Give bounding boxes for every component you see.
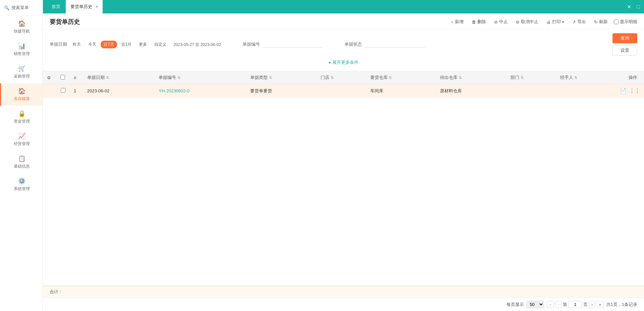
delete-button-label: 删除	[477, 19, 486, 25]
export-button[interactable]: ↗ 导出	[570, 17, 588, 26]
expand-more[interactable]: ▾ 展开更多条件	[50, 58, 637, 67]
row-settings	[43, 84, 56, 98]
doc-number-link[interactable]: YH-20230602-0	[159, 88, 190, 93]
refresh-button[interactable]: ↻ 刷新	[592, 17, 610, 26]
cancel-stop-button[interactable]: ⊘ 取消中止	[514, 17, 540, 26]
total-info: 共1页，1条记录	[606, 302, 637, 308]
row-edit-icon[interactable]: 📄	[620, 88, 627, 94]
sidebar-item-operation[interactable]: 📈 经营管理	[0, 128, 43, 151]
sidebar-item-label: 基础信息	[14, 164, 30, 169]
sidebar-item-inventory[interactable]: 🏠 库存核算	[0, 83, 43, 106]
col-settings[interactable]: ⚙	[43, 71, 56, 84]
page-number-input[interactable]	[569, 301, 582, 308]
new-button-label: 新增	[455, 19, 464, 25]
data-table: ⚙ # 单据日期 ⇅ 单据编号 ⇅ 单据类型	[43, 71, 644, 98]
sidebar-item-label: 经营管理	[14, 141, 30, 147]
display-cell-checkbox[interactable]: 显示明细	[614, 19, 637, 25]
close-window-icon[interactable]: ✕	[627, 4, 631, 10]
tab-close-icon[interactable]: ×	[96, 4, 98, 9]
first-page-button[interactable]: «	[547, 301, 554, 308]
sort-doc-date-icon: ⇅	[106, 76, 109, 80]
sort-req-warehouse-icon: ⇅	[389, 76, 392, 80]
sidebar-item-sales[interactable]: 📊 销售管理	[0, 38, 43, 61]
operation-icon: 📈	[18, 132, 25, 140]
display-cell-toggle[interactable]	[614, 19, 619, 24]
col-doc-type[interactable]: 单据类型 ⇅	[246, 71, 317, 84]
col-action: 操作	[616, 71, 644, 84]
select-all-checkbox[interactable]	[60, 75, 65, 80]
restore-window-icon[interactable]: □	[637, 4, 640, 10]
date-yesterday-btn[interactable]: 昨天	[70, 41, 84, 48]
plus-icon: +	[451, 19, 453, 25]
row-actions: 📄 ⋮⋮	[620, 88, 640, 94]
sidebar-item-label: 系统管理	[14, 186, 30, 192]
page-navigation: « ‹ 第 页 › »	[547, 301, 603, 308]
date-today-btn[interactable]: 今天	[85, 41, 99, 48]
delete-icon: 🗑	[472, 19, 476, 25]
row-checkbox[interactable]	[61, 88, 65, 93]
delete-button[interactable]: 🗑 删除	[470, 17, 488, 26]
new-button[interactable]: + 新增	[449, 17, 466, 26]
next-page-button[interactable]: ›	[589, 301, 595, 308]
page-prefix: 第	[563, 302, 567, 308]
topbar-right-icons: ✕ □	[627, 4, 640, 10]
inventory-icon: 🏠	[18, 87, 25, 95]
date-more-btn[interactable]: 更多	[136, 41, 150, 48]
table-body: 1 2023-06-02 YH-20230602-0 要货单要货 车间库 原材料…	[43, 84, 644, 98]
col-doc-number[interactable]: 单据编号 ⇅	[155, 71, 246, 84]
date-last7-btn[interactable]: 近7天	[101, 41, 117, 48]
sidebar-search[interactable]: 🔍 搜索菜单	[0, 0, 43, 16]
date-range-display: 2023-05-27 至 2023-06-02	[173, 42, 221, 48]
col-num: #	[70, 71, 83, 84]
page-size-select[interactable]: 50 10 20 100	[527, 301, 544, 308]
sidebar-item-purchase[interactable]: 🛒 采购管理	[0, 61, 43, 83]
sort-pending-warehouse-icon: ⇅	[459, 76, 462, 80]
date-buttons: 昨天 今天 近7天 近1月 更多 自定义	[70, 41, 169, 48]
tab-requisition-history[interactable]: 要货单历史 ×	[66, 0, 103, 13]
sort-handler-icon: ⇅	[574, 76, 577, 80]
filter-row-1: 单据日期 昨天 今天 近7天 近1月 更多 自定义 2023-05-27 至 2…	[50, 33, 637, 55]
print-button[interactable]: 🖨 打印 ▾	[544, 17, 566, 26]
col-checkbox	[56, 71, 70, 84]
status-label: 单据状态	[344, 41, 362, 47]
row-more-icon[interactable]: ⋮⋮	[629, 88, 640, 94]
expand-more-label: 展开更多条件	[332, 59, 359, 65]
sidebar-item-label: 资金管理	[14, 119, 30, 124]
row-pending-warehouse: 原材料仓库	[436, 84, 506, 98]
date-custom-btn[interactable]: 自定义	[151, 41, 169, 48]
export-button-label: 导出	[577, 19, 586, 25]
col-doc-date[interactable]: 单据日期 ⇅	[83, 71, 155, 84]
col-pending-warehouse[interactable]: 待出仓库 ⇅	[436, 71, 506, 84]
sidebar-item-quick-nav[interactable]: 🏠 快捷导航	[0, 16, 43, 38]
row-checkbox-cell	[56, 84, 70, 98]
system-icon: ⚙️	[18, 177, 25, 185]
col-shop[interactable]: 门店 ⇅	[317, 71, 366, 84]
stop-icon: ⊘	[494, 19, 498, 25]
col-req-warehouse[interactable]: 要货仓库 ⇅	[366, 71, 436, 84]
table-row: 1 2023-06-02 YH-20230602-0 要货单要货 车间库 原材料…	[43, 84, 644, 98]
status-select[interactable]	[365, 41, 425, 48]
filter-doc-number: 单据编号	[243, 41, 323, 48]
doc-number-input[interactable]	[263, 41, 323, 48]
cancel-stop-button-label: 取消中止	[521, 19, 538, 25]
stop-button[interactable]: ⊘ 中止	[492, 17, 510, 26]
last-page-button[interactable]: »	[596, 301, 603, 308]
col-handler[interactable]: 经手人 ⇅	[556, 71, 616, 84]
sidebar-item-label: 快捷导航	[14, 29, 30, 34]
page-header: 要货单历史 + 新增 🗑 删除 ⊘ 中止 ⊘ 取消中止 🖨 打印 ▾	[43, 13, 644, 29]
filter-settings-button[interactable]: 设置	[612, 45, 637, 55]
query-button[interactable]: 查询	[612, 33, 637, 43]
sidebar-item-basic[interactable]: 📋 基础信息	[0, 151, 43, 173]
tab-home[interactable]: 首页	[47, 0, 65, 13]
row-doc-number[interactable]: YH-20230602-0	[155, 84, 246, 98]
col-department[interactable]: 部门 ⇅	[506, 71, 556, 84]
sidebar-item-system[interactable]: ⚙️ 系统管理	[0, 173, 43, 196]
filter-actions: 查询 设置	[612, 33, 637, 55]
print-button-label: 打印	[552, 19, 561, 25]
prev-page-button[interactable]: ‹	[555, 301, 561, 308]
table-area: ⚙ # 单据日期 ⇅ 单据编号 ⇅ 单据类型	[43, 71, 644, 286]
date-last1m-btn[interactable]: 近1月	[118, 41, 135, 48]
tab-home-label: 首页	[52, 4, 60, 10]
sidebar-item-finance[interactable]: 🔒 资金管理	[0, 106, 43, 128]
pagination-bar: 每页显示 50 10 20 100 « ‹ 第 页 › » 共1页，1条记录	[43, 298, 644, 311]
